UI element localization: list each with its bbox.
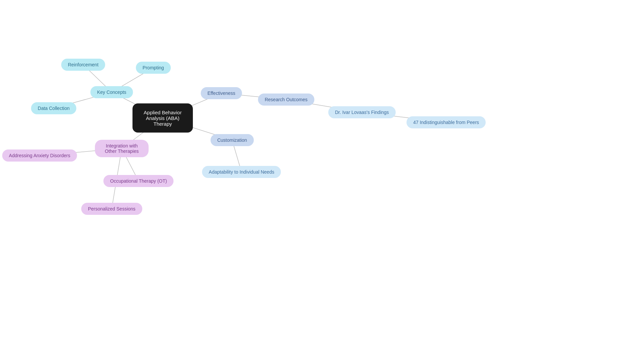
node-prompting[interactable]: Prompting [136,62,171,74]
node-key-concepts[interactable]: Key Concepts [90,86,133,98]
node-indistinguishable[interactable]: 47 Indistinguishable from Peers [407,116,486,128]
node-integration-therapies[interactable]: Integration with Other Therapies [95,140,149,157]
node-data-collection[interactable]: Data Collection [31,102,76,114]
node-customization[interactable]: Customization [211,134,254,146]
node-adaptability[interactable]: Adaptability to Individual Needs [202,166,281,178]
node-research-outcomes[interactable]: Research Outcomes [258,94,314,106]
node-addressing-anxiety[interactable]: Addressing Anxiety Disorders [2,149,77,162]
center-node[interactable]: Applied Behavior Analysis (ABA) Therapy [132,104,193,133]
node-effectiveness[interactable]: Effectiveness [201,87,242,99]
node-occupational-therapy[interactable]: Occupational Therapy (OT) [103,175,173,187]
node-dr-lovaas[interactable]: Dr. Ivar Lovaas's Findings [328,106,396,118]
node-reinforcement[interactable]: Reinforcement [61,59,105,71]
node-personalized-sessions[interactable]: Personalized Sessions [81,203,142,215]
